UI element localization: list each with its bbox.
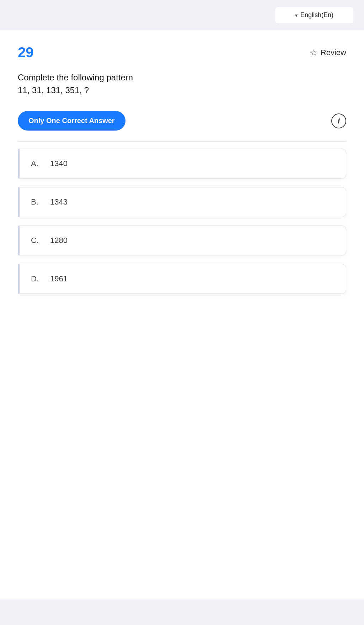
option-label-3: D. [31,274,42,284]
question-number: 29 [18,44,34,60]
option-card-A[interactable]: A.1340 [20,149,346,179]
question-line2: 11, 31, 131, 351, ? [18,84,346,97]
question-header: 29 ☆ Review [18,44,346,60]
option-wrapper-A[interactable]: A.1340 [18,149,346,179]
option-card-C[interactable]: C.1280 [20,226,346,255]
info-icon[interactable]: i [331,113,346,128]
option-label-1: B. [31,197,42,207]
star-icon: ☆ [310,48,318,58]
chevron-down-icon: ▾ [295,12,298,18]
answer-type-row: Only One Correct Answer i [18,111,346,131]
language-selector[interactable]: ▾ English(En) [275,7,353,23]
option-wrapper-D[interactable]: D.1961 [18,264,346,294]
review-label: Review [321,48,346,57]
option-label-2: C. [31,236,42,245]
only-one-correct-button[interactable]: Only One Correct Answer [18,111,125,131]
option-value-2: 1280 [50,236,68,245]
option-value-1: 1343 [50,197,68,207]
option-card-D[interactable]: D.1961 [20,264,346,294]
option-label-0: A. [31,159,42,168]
top-bar: ▾ English(En) [0,0,364,30]
option-wrapper-B[interactable]: B.1343 [18,187,346,217]
language-label: English(En) [300,11,333,19]
option-value-3: 1961 [50,274,68,284]
option-card-B[interactable]: B.1343 [20,187,346,217]
question-line1: Complete the following pattern [18,71,346,84]
options-list: A.1340B.1343C.1280D.1961 [18,149,346,294]
option-value-0: 1340 [50,159,68,168]
option-wrapper-C[interactable]: C.1280 [18,226,346,255]
main-content: 29 ☆ Review Complete the following patte… [0,30,364,599]
question-text: Complete the following pattern 11, 31, 1… [18,71,346,97]
review-button[interactable]: ☆ Review [310,48,346,58]
divider [18,141,346,142]
